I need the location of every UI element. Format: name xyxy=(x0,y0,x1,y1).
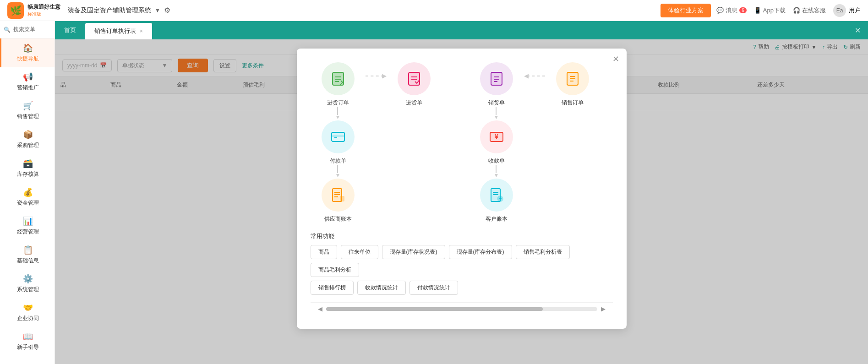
guide-close-btn[interactable]: ✕ xyxy=(612,54,619,64)
arrow-h-1: ▶ xyxy=(366,72,387,79)
app-download-label: App下载 xyxy=(763,6,786,15)
tab-close-btn[interactable]: × xyxy=(140,28,143,34)
flow-node-customer-ledger[interactable]: 客户账本 xyxy=(469,179,524,223)
scroll-right-icon[interactable]: ▶ xyxy=(601,305,606,312)
supplier-ledger-label: 供应商账本 xyxy=(324,215,352,223)
sidebar-search[interactable]: 🔍 搜索菜单 xyxy=(0,21,55,38)
arrow-down-1: ▼ xyxy=(335,107,341,120)
sale-receipt-label: 销货单 xyxy=(488,99,505,107)
online-service-btn[interactable]: 🎧 在线客服 xyxy=(793,6,826,15)
purchase-receipt-label: 进货单 xyxy=(406,99,422,107)
sidebar-item-marketing[interactable]: 📢 营销推广 xyxy=(0,67,55,96)
flow-node-purchase-order[interactable]: 进货订单 xyxy=(311,62,366,107)
purchase-order-icon xyxy=(322,62,355,95)
sidebar-label-system: 系统管理 xyxy=(17,286,39,293)
common-funcs-title: 常用功能 xyxy=(311,232,613,240)
payment-label: 付款单 xyxy=(330,157,346,165)
logo-icon: 🌿 xyxy=(7,2,24,19)
func-btn-payment-stats[interactable]: 付款情况统计 xyxy=(409,281,458,295)
experience-btn[interactable]: 体验行业方案 xyxy=(661,4,711,17)
arrow-down-3: ▼ xyxy=(335,165,341,179)
guide-overlay: ✕ 进货订单 xyxy=(55,39,868,364)
sidebar-item-finance[interactable]: 💰 资金管理 xyxy=(0,183,55,212)
system-title-text: 装备及固定资产辅助管理系统 xyxy=(68,6,151,15)
tab-home[interactable]: 首页 xyxy=(55,21,85,39)
receipt-icon: ¥ xyxy=(480,120,513,153)
logo-title: 畅康通好生意 xyxy=(27,4,60,11)
purchase-receipt-icon xyxy=(398,62,431,95)
sales-icon: 🛒 xyxy=(23,101,33,111)
sidebar: 🔍 搜索菜单 🏠 快捷导航 📢 营销推广 🛒 销售管理 📦 采购管理 🗃️ xyxy=(0,21,55,364)
func-btn-product-margin[interactable]: 商品毛利分析 xyxy=(311,263,359,277)
sidebar-item-inventory[interactable]: 🗃️ 库存核算 xyxy=(0,154,55,183)
func-btn-stock-dist[interactable]: 现存量(库存分布表) xyxy=(449,245,512,259)
inventory-icon: 🗃️ xyxy=(23,158,33,168)
tab-sales-order-label: 销售订单执行表 xyxy=(94,27,136,35)
system-icon: ⚙️ xyxy=(23,274,33,284)
sidebar-label-sales: 销售管理 xyxy=(17,113,39,120)
sidebar-item-newbie[interactable]: 📖 新手引导 xyxy=(0,327,55,356)
sidebar-item-basic[interactable]: 📋 基础信息 xyxy=(0,240,55,269)
sidebar-label-quicknav: 快捷导航 xyxy=(17,55,39,63)
svg-rect-13 xyxy=(340,196,344,201)
sidebar-label-newbie: 新手引导 xyxy=(17,343,39,351)
message-btn[interactable]: 💬 消息 6 xyxy=(716,6,747,15)
flow-node-sale-receipt[interactable]: 销货单 xyxy=(469,62,524,107)
user-section[interactable]: Ea 用户 xyxy=(833,4,861,17)
top-bar: 🌿 畅康通好生意 标准版 装备及固定资产辅助管理系统 ▼ ⚙ 体验行业方案 💬 … xyxy=(0,0,868,21)
home-icon: 🏠 xyxy=(23,43,33,53)
func-btn-receipt-stats[interactable]: 收款情况统计 xyxy=(357,281,406,295)
purchase-icon: 📦 xyxy=(23,130,33,140)
sale-receipt-icon xyxy=(480,62,513,95)
flow-node-purchase-receipt[interactable]: 进货单 xyxy=(387,62,442,107)
flow-col-4: 销售订单 xyxy=(545,62,600,107)
sidebar-item-system[interactable]: ⚙️ 系统管理 xyxy=(0,269,55,298)
newbie-icon: 📖 xyxy=(23,331,33,342)
sidebar-item-purchase[interactable]: 📦 采购管理 xyxy=(0,125,55,154)
search-icon: 🔍 xyxy=(4,27,11,33)
scroll-thumb xyxy=(326,307,543,311)
flow-diagram: 进货订单 ▼ 付款单 xyxy=(311,62,613,223)
sidebar-item-sales[interactable]: 🛒 销售管理 xyxy=(0,96,55,125)
func-btn-partners[interactable]: 往来单位 xyxy=(341,245,378,259)
sidebar-label-inventory: 库存核算 xyxy=(17,170,39,178)
flow-node-sales-order[interactable]: 销售订单 xyxy=(545,62,600,107)
func-btn-sales-margin[interactable]: 销售毛利分析表 xyxy=(516,245,570,259)
arrow-down-2: ▼ xyxy=(494,107,499,120)
settings-icon-btn[interactable]: ⚙ xyxy=(164,6,170,15)
flow-node-supplier-ledger[interactable]: 供应商账本 xyxy=(311,179,366,223)
sales-order-icon xyxy=(556,62,589,95)
sidebar-label-operations: 经营管理 xyxy=(17,228,39,236)
customer-ledger-icon xyxy=(480,179,513,212)
system-title: 装备及固定资产辅助管理系统 ▼ ⚙ xyxy=(68,6,655,15)
cooperation-icon: 🤝 xyxy=(23,303,33,313)
content-area: 首页 销售订单执行表 × ✕ ? 帮助 🖨 按 xyxy=(55,21,868,364)
func-btn-sales-rank[interactable]: 销售排行榜 xyxy=(311,281,354,295)
sidebar-label-purchase: 采购管理 xyxy=(17,141,39,149)
logo-sub: 标准版 xyxy=(27,11,60,17)
app-download-btn[interactable]: 📱 App下载 xyxy=(754,6,786,15)
supplier-ledger-icon xyxy=(322,179,355,212)
tab-sales-order[interactable]: 销售订单执行表 × xyxy=(85,23,152,39)
service-icon: 🎧 xyxy=(793,7,800,14)
tab-bar: 首页 销售订单执行表 × ✕ xyxy=(55,21,868,39)
sidebar-item-operations[interactable]: 📊 经营管理 xyxy=(0,212,55,240)
message-label: 消息 xyxy=(726,6,737,15)
func-btn-stock-status[interactable]: 现存量(库存状况表) xyxy=(382,245,445,259)
main-area: 🔍 搜索菜单 🏠 快捷导航 📢 营销推广 🛒 销售管理 📦 采购管理 🗃️ xyxy=(0,21,868,364)
scroll-left-icon[interactable]: ◀ xyxy=(318,305,322,312)
receipt-label: 收款单 xyxy=(488,157,505,165)
user-avatar: Ea xyxy=(833,4,846,17)
top-right: 💬 消息 6 📱 App下载 🎧 在线客服 Ea 用户 xyxy=(716,4,861,17)
func-btn-product[interactable]: 商品 xyxy=(311,245,337,259)
system-dropdown-btn[interactable]: ▼ xyxy=(155,7,160,14)
sidebar-item-quicknav[interactable]: 🏠 快捷导航 xyxy=(0,38,55,67)
sidebar-item-cooperation[interactable]: 🤝 企业协同 xyxy=(0,298,55,327)
search-label: 搜索菜单 xyxy=(13,26,35,33)
tab-bar-close-btn[interactable]: ✕ xyxy=(855,26,868,35)
flow-node-payment[interactable]: 付款单 xyxy=(311,120,366,165)
flow-node-receipt[interactable]: ¥ 收款单 xyxy=(469,120,524,165)
payment-icon xyxy=(322,120,355,153)
scroll-area: ◀ ▶ xyxy=(311,302,613,315)
scroll-bar[interactable] xyxy=(326,307,597,311)
